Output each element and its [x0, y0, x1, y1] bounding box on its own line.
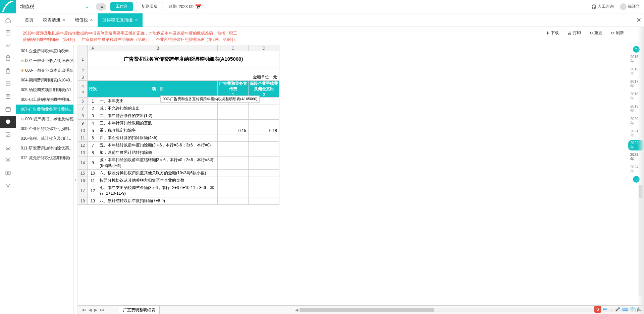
cell-label[interactable]: 六、按照分摊协议归集至其他关联方的金额(10≤3与6孰小值) — [98, 170, 218, 177]
cell-value[interactable] — [218, 149, 249, 156]
tab-close-icon[interactable]: ✕ — [135, 18, 138, 22]
cell-rowno[interactable]: 4 — [88, 120, 98, 127]
ime-lang[interactable]: 中 — [603, 307, 607, 312]
horizontal-scrollbar[interactable]: ◀▶ — [294, 308, 641, 312]
row-header[interactable]: 10 — [78, 127, 88, 134]
nav-list-icon[interactable] — [0, 90, 16, 103]
header-rowno[interactable]: 行次 — [88, 81, 98, 98]
cell-value[interactable] — [249, 170, 279, 177]
tab[interactable]: 所得税汇算清缴✕ — [98, 13, 143, 27]
cell-label[interactable]: 二、本年符合条件的支出(1-2) — [98, 112, 218, 120]
cell-value[interactable] — [218, 120, 249, 127]
sidebar-item[interactable]: 001-企业所得税年度纳税申.. — [16, 46, 73, 56]
cell-value[interactable] — [218, 177, 249, 184]
corner-cell[interactable] — [78, 45, 88, 51]
col-header-c[interactable]: C — [218, 45, 249, 51]
cell-value[interactable] — [249, 197, 279, 205]
sheet-title[interactable]: 广告费和业务宣传费跨年度纳税调整明细表(A105060) — [88, 51, 279, 67]
sidebar-item[interactable]: 012-减免所得税优惠明细表(.. — [16, 153, 73, 163]
circle-button[interactable]: ≡ — [96, 3, 106, 11]
cell-value[interactable] — [249, 149, 279, 156]
row-header[interactable]: 11 — [78, 134, 88, 142]
row-header[interactable]: 18 — [78, 197, 88, 205]
nav-calendar-icon[interactable] — [0, 103, 16, 115]
support-link[interactable]: 🎧人工咨询 — [591, 4, 614, 9]
sheet-nav-first-icon[interactable]: ⏮ — [80, 308, 87, 312]
scroll-left-icon[interactable]: ◀ — [294, 308, 300, 312]
row-header[interactable]: 1 — [78, 51, 88, 67]
row-header[interactable]: 13 — [78, 149, 88, 156]
cell-value[interactable] — [249, 142, 279, 149]
cell-value[interactable] — [218, 184, 249, 197]
cell-rowno[interactable]: 10 — [88, 170, 98, 177]
row-header[interactable]: 2 — [78, 67, 88, 74]
nav-home-icon[interactable] — [0, 14, 16, 26]
nav-chart-icon[interactable] — [0, 40, 16, 52]
cell-value[interactable] — [249, 156, 279, 170]
ime-mic-icon[interactable]: 🎤 — [615, 307, 620, 312]
nav-v-icon[interactable] — [0, 180, 16, 192]
col-header-a[interactable]: A — [88, 45, 98, 51]
header-project[interactable]: 项 目 — [98, 81, 218, 98]
sidebar-item[interactable]: 011-研发费用加计扣除优惠.. — [16, 143, 73, 153]
row-header[interactable]: 14 — [78, 156, 88, 170]
cell-label[interactable]: 减：不允许扣除的支出 — [98, 105, 218, 112]
switch-old-button[interactable]: 切到旧版 — [136, 2, 163, 11]
print-button[interactable]: 🖨打印 — [568, 30, 581, 36]
sidebar-item[interactable]: 010-免税、减计收入及加计.. — [16, 134, 73, 143]
sidebar-item[interactable]: 009-企业所得税弥补亏损明.. — [16, 124, 73, 134]
sidebar-item[interactable]: 004-期间费用明细表(A1040.. — [16, 75, 73, 85]
cell-value[interactable] — [218, 170, 249, 177]
cell-value[interactable] — [249, 112, 279, 120]
cell-rowno[interactable]: 6 — [88, 134, 98, 142]
nav-settings-icon[interactable] — [0, 154, 16, 166]
cell-value[interactable]: 0.15 — [218, 127, 249, 134]
ime-keyboard-icon[interactable]: ⌨ — [622, 307, 628, 312]
cell-rowno[interactable]: 5 — [88, 127, 98, 134]
tab-close-icon[interactable]: ✕ — [62, 18, 65, 22]
cell-rowno[interactable]: 3 — [88, 112, 98, 120]
cell-value[interactable] — [218, 156, 249, 170]
cell-value[interactable] — [249, 177, 279, 184]
tab[interactable]: 首页 — [20, 13, 38, 27]
cell-rowno[interactable]: 8 — [88, 149, 98, 156]
cell-value[interactable] — [249, 184, 279, 197]
ime-logo-icon[interactable]: S — [594, 306, 601, 313]
cell-label[interactable]: 乘：税收规定扣除率 — [98, 127, 218, 134]
workspace-button[interactable]: 工作台 — [110, 2, 133, 11]
nav-doc-icon[interactable] — [0, 27, 16, 39]
cell-value[interactable] — [218, 105, 249, 112]
download-button[interactable]: ⬇下载 — [546, 30, 559, 36]
cell-value[interactable]: 0.18 — [249, 127, 279, 134]
sheet-nav-last-icon[interactable]: ⏭ — [99, 308, 105, 312]
cell-label[interactable]: 三、本年计算扣除限额的基数 — [98, 120, 218, 127]
nav-clipboard-icon[interactable] — [0, 65, 16, 77]
row-header[interactable]: 45 — [78, 81, 88, 98]
sidebar-item[interactable]: ⊘003-一般企业成本支出明细.. — [16, 66, 73, 75]
cell[interactable] — [88, 67, 279, 74]
cell-value[interactable] — [218, 142, 249, 149]
unit-cell[interactable]: 金额单位：元 — [88, 74, 279, 81]
cell-value[interactable] — [249, 134, 279, 142]
cell-label[interactable]: 按照分摊协议从其他关联方归集至本企业的金额 — [98, 177, 218, 184]
reset-button[interactable]: ↻重置 — [590, 30, 602, 36]
cell-value[interactable] — [218, 197, 249, 205]
sidebar-collapse-handle[interactable]: ‹ — [74, 45, 78, 314]
header-col1[interactable]: 广告费和业务宣传费 — [218, 81, 249, 92]
cell-label[interactable]: 七、本年支出纳税调整金额(3＞6，本行=2+3-6+10-11；3≤6，本行=2… — [98, 184, 218, 197]
tab-close-icon[interactable]: ✕ — [90, 18, 93, 22]
row-header[interactable]: 9 — [78, 120, 88, 127]
ime-tool-icon[interactable]: 🔧 — [637, 307, 642, 312]
sidebar-item[interactable]: ⊘002-一般企业收入明细表(A.. — [16, 56, 73, 66]
cell-value[interactable] — [249, 120, 279, 127]
sidebar-item[interactable]: ⊘008-资产折旧、摊销及纳税.. — [16, 114, 73, 124]
row-header[interactable]: 6 — [78, 98, 88, 105]
calendar-icon[interactable]: 📅 — [195, 3, 202, 10]
row-header[interactable]: 17 — [78, 184, 88, 197]
cell-rowno[interactable]: 12 — [88, 184, 98, 197]
cell-value[interactable] — [218, 112, 249, 120]
sheet-tab[interactable]: 广宣费调整明细表 — [119, 306, 160, 314]
sheet-nav-prev-icon[interactable]: ◀ — [87, 308, 93, 312]
user-menu[interactable]: 徐泽华 — [620, 3, 640, 10]
row-header[interactable]: 3 — [78, 74, 88, 81]
